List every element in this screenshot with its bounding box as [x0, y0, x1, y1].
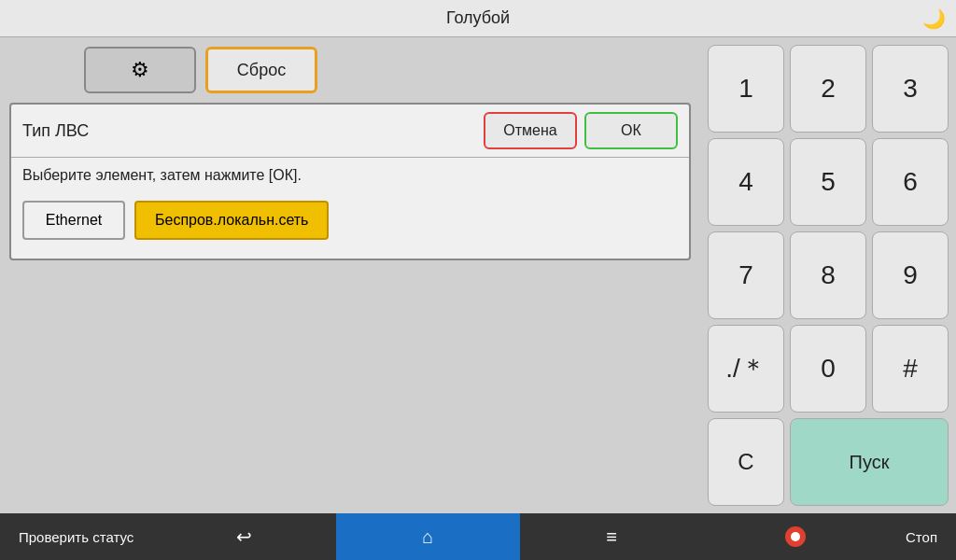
dialog-options: Ethernet Беспров.локальн.сеть	[11, 193, 689, 259]
check-status-button[interactable]: Проверить статус	[0, 513, 152, 560]
stop-button[interactable]: Стоп	[887, 513, 956, 560]
reset-label: Сброс	[237, 61, 286, 80]
num-5[interactable]: 5	[790, 138, 866, 226]
option-ethernet[interactable]: Ethernet	[22, 201, 125, 240]
dialog-title: Тип ЛВС	[22, 121, 89, 141]
toolbar-row: ⚙ Сброс	[9, 47, 691, 93]
stop-circle-icon	[785, 526, 806, 547]
top-bar-title: Голубой	[37, 8, 919, 28]
stop-icon-area	[703, 513, 887, 560]
num-3[interactable]: 3	[872, 45, 949, 133]
dialog-actions: Отмена ОК	[484, 112, 678, 149]
moon-icon[interactable]: 🌙	[919, 4, 949, 34]
num-7[interactable]: 7	[708, 231, 784, 319]
num-1[interactable]: 1	[708, 45, 784, 133]
cancel-button[interactable]: Отмена	[484, 112, 577, 149]
menu-icon: ≡	[606, 526, 617, 548]
home-button[interactable]: ⌂	[336, 513, 520, 560]
num-hash[interactable]: #	[872, 325, 949, 413]
num-2[interactable]: 2	[790, 45, 866, 133]
main-content: ⚙ Сброс Тип ЛВС Отмена ОК Выберите элеме…	[0, 37, 700, 513]
menu-button[interactable]: ≡	[520, 513, 704, 560]
num-9[interactable]: 9	[872, 231, 949, 319]
num-6[interactable]: 6	[872, 138, 949, 226]
num-0[interactable]: 0	[790, 325, 866, 413]
option-wireless[interactable]: Беспров.локальн.сеть	[134, 201, 329, 240]
ok-button[interactable]: ОК	[584, 112, 678, 149]
dialog-header: Тип ЛВС Отмена ОК	[11, 105, 689, 158]
settings-icon: ⚙	[131, 58, 149, 82]
settings-button[interactable]: ⚙	[84, 47, 196, 93]
num-8[interactable]: 8	[790, 231, 866, 319]
numpad: 1 2 3 4 5 6 7 8 9 ./＊ 0 # C Пуск	[700, 37, 956, 513]
back-button[interactable]: ↩	[152, 513, 336, 560]
num-4[interactable]: 4	[708, 138, 784, 226]
dialog-box: Тип ЛВС Отмена ОК Выберите элемент, зате…	[9, 103, 691, 260]
reset-button[interactable]: Сброс	[205, 47, 317, 93]
num-dot-star[interactable]: ./＊	[708, 325, 784, 413]
clear-button[interactable]: C	[708, 418, 784, 506]
bottom-bar: Проверить статус ↩ ⌂ ≡ Стоп	[0, 513, 956, 560]
back-icon: ↩	[236, 525, 252, 548]
home-icon: ⌂	[422, 526, 433, 548]
dialog-instruction: Выберите элемент, затем нажмите [ОК].	[11, 158, 689, 193]
start-button[interactable]: Пуск	[790, 418, 949, 506]
top-bar: Голубой 🌙	[0, 0, 956, 37]
